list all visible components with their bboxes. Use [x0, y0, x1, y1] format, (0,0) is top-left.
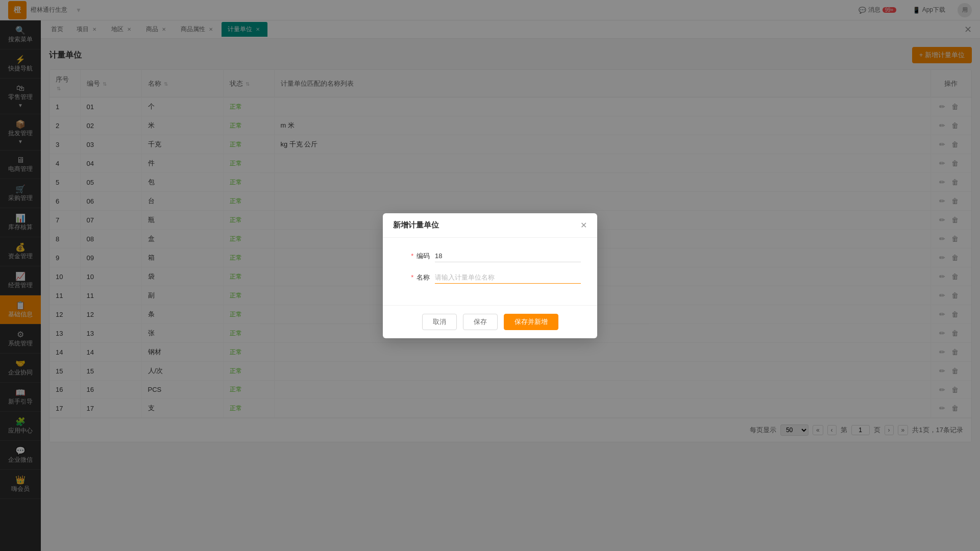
modal-header: 新增计量单位 ✕ — [383, 213, 597, 238]
code-label: * 编码 — [399, 252, 430, 261]
code-input[interactable] — [435, 250, 581, 262]
save-and-add-button[interactable]: 保存并新增 — [504, 314, 558, 330]
save-button[interactable]: 保存 — [463, 314, 498, 330]
modal-body: * 编码 * 名称 — [383, 238, 597, 305]
modal-overlay[interactable]: 新增计量单位 ✕ * 编码 * 名称 取消 保存 保存并新增 — [0, 0, 980, 551]
name-input[interactable] — [435, 271, 581, 284]
add-unit-modal: 新增计量单位 ✕ * 编码 * 名称 取消 保存 保存并新增 — [383, 213, 597, 338]
modal-title: 新增计量单位 — [393, 220, 439, 230]
modal-footer: 取消 保存 保存并新增 — [383, 305, 597, 338]
cancel-button[interactable]: 取消 — [422, 314, 457, 330]
name-label: * 名称 — [399, 273, 430, 282]
form-row-code: * 编码 — [399, 250, 581, 262]
form-row-name: * 名称 — [399, 271, 581, 284]
modal-close-button[interactable]: ✕ — [580, 220, 587, 230]
